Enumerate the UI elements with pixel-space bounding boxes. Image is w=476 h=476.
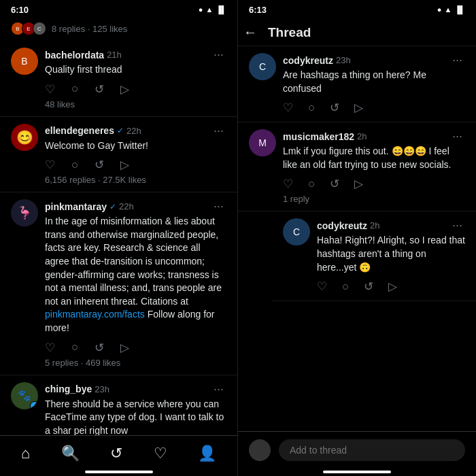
right-status-bar: 6:13 ● ▲ ▐▌ — [238, 0, 476, 19]
post-author-ching[interactable]: ching_bye — [45, 384, 92, 394]
avatar-ellen[interactable]: 😊 — [11, 124, 38, 151]
avatar-cody1[interactable]: C — [249, 53, 276, 80]
nav-like[interactable]: ♡ — [146, 439, 175, 468]
right-battery-icon: ▐▌ — [454, 5, 465, 14]
nav-repost[interactable]: ↺ — [102, 439, 131, 468]
comment-btn-ellen[interactable]: ○ — [71, 158, 78, 172]
post-header-ching: 🐾 + ching_bye 23h ··· There should be a … — [11, 382, 226, 435]
like-reply-music[interactable]: ♡ — [283, 177, 293, 191]
post-text-bachelordata: Quality first thread — [45, 63, 226, 77]
reply-time-music: 2h — [357, 131, 367, 141]
comment-reply-cody1[interactable]: ○ — [308, 101, 315, 115]
reply-meta-cody1: codykreutz 23h ··· — [283, 53, 465, 67]
like-reply-cody1[interactable]: ♡ — [283, 101, 293, 115]
post-author-pink[interactable]: pinkmantaray — [45, 201, 107, 212]
reply-text-music: Lmk if you figure this out. 😄😄😄 I feel l… — [283, 145, 465, 171]
avatar-pink[interactable]: 🦩 — [11, 199, 38, 226]
signal-icon: ● — [199, 5, 203, 14]
comment-reply-music[interactable]: ○ — [308, 177, 315, 191]
home-indicator-right — [323, 471, 391, 473]
left-time: 6:10 — [11, 5, 29, 15]
post-author-row-bachelordata: bachelordata 21h — [45, 50, 122, 61]
reply-author-row-music: musicmaker182 2h — [283, 131, 367, 142]
comment-btn-bachelordata[interactable]: ○ — [71, 82, 78, 96]
like-reply-cody2[interactable]: ♡ — [317, 279, 327, 294]
reply-author-row-cody2: codykreutz 2h — [317, 220, 379, 231]
post-item-pink: 🦩 pinkmantaray ✓ 22h ··· In the age of m… — [0, 192, 237, 375]
post-author-bachelordata[interactable]: bachelordata — [45, 50, 104, 61]
reply-content-music: musicmaker182 2h ··· Lmk if you figure t… — [283, 129, 465, 204]
right-signal-icon: ● — [437, 5, 442, 14]
post-item-ching: 🐾 + ching_bye 23h ··· There should be a … — [0, 375, 237, 435]
post-text-ching: There should be a service where you can … — [45, 398, 226, 435]
reply-time-cody2: 2h — [370, 220, 379, 231]
post-header-pink: 🦩 pinkmantaray ✓ 22h ··· In the age of m… — [11, 199, 226, 367]
post-author-row-ellen: ellendegeneres ✓ 22h — [45, 125, 141, 136]
repost-reply-cody1[interactable]: ↺ — [330, 101, 339, 115]
comment-reply-cody2[interactable]: ○ — [342, 280, 349, 294]
share-btn-bachelordata[interactable]: ▷ — [120, 82, 129, 97]
more-btn-ching[interactable]: ··· — [211, 382, 226, 396]
like-btn-bachelordata[interactable]: ♡ — [45, 82, 55, 97]
avatar-ching[interactable]: 🐾 + — [11, 382, 38, 409]
comment-btn-pink[interactable]: ○ — [71, 341, 78, 354]
post-stats-ellen: 6,156 replies · 27.5K likes — [45, 175, 226, 185]
replies-header: B E C 8 replies · 125 likes — [0, 19, 237, 41]
reply-author-cody2[interactable]: codykreutz — [317, 220, 367, 231]
reply-actions-cody1: ♡ ○ ↺ ▷ — [283, 101, 465, 115]
reply-meta-music: musicmaker182 2h ··· — [283, 129, 465, 143]
avatar-cody2[interactable]: C — [283, 218, 310, 245]
more-btn-bachelordata[interactable]: ··· — [211, 48, 226, 62]
post-time-ellen: 22h — [126, 126, 141, 136]
reply-author-cody1[interactable]: codykreutz — [283, 55, 333, 66]
reply-content-cody2: codykreutz 2h ··· Haha! Right?! Alright,… — [317, 218, 465, 294]
post-text-ellen: Welcome to Gay Twitter! — [45, 139, 226, 153]
nav-home[interactable]: ⌂ — [13, 439, 38, 468]
thread-scroll[interactable]: C codykreutz 23h ··· Are hashtags a thin… — [238, 46, 476, 431]
post-content-ching: ching_bye 23h ··· There should be a serv… — [45, 382, 226, 435]
post-link-pink[interactable]: pinkmantaray.com/facts — [45, 309, 145, 320]
more-btn-cody2[interactable]: ··· — [449, 218, 465, 233]
avatar-music[interactable]: M — [249, 129, 276, 156]
share-reply-music[interactable]: ▷ — [354, 177, 363, 191]
post-time-ching: 23h — [95, 384, 109, 394]
share-btn-pink[interactable]: ▷ — [120, 341, 129, 355]
reply-stats-music: 1 reply — [283, 194, 465, 204]
feed-scroll[interactable]: B E C 8 replies · 125 likes B bachelorda… — [0, 19, 237, 435]
share-btn-ellen[interactable]: ▷ — [120, 158, 129, 172]
right-status-icons: ● ▲ ▐▌ — [437, 5, 465, 14]
post-time-bachelordata: 21h — [107, 50, 122, 60]
share-reply-cody2[interactable]: ▷ — [388, 279, 397, 294]
repost-reply-music[interactable]: ↺ — [330, 177, 339, 191]
like-btn-pink[interactable]: ♡ — [45, 341, 55, 355]
post-author-ellen[interactable]: ellendegeneres — [45, 125, 114, 136]
avatar-bachelordata[interactable]: B — [11, 48, 38, 75]
nav-profile[interactable]: 👤 — [190, 439, 224, 468]
nav-search[interactable]: 🔍 — [53, 439, 88, 468]
like-btn-ellen[interactable]: ♡ — [45, 158, 55, 172]
repost-btn-ellen[interactable]: ↺ — [95, 158, 104, 172]
avatar-badge-ching: + — [30, 401, 38, 409]
thread-header: ← Thread — [238, 19, 476, 46]
wifi-icon: ▲ — [206, 5, 214, 14]
post-item-ellen: 😊 ellendegeneres ✓ 22h ··· Welcome to Ga… — [0, 117, 237, 193]
reply-author-music[interactable]: musicmaker182 — [283, 131, 354, 142]
reply-item-cody1: C codykreutz 23h ··· Are hashtags a thin… — [238, 46, 476, 122]
add-thread-input[interactable] — [279, 439, 465, 461]
reply-header-cody2: C codykreutz 2h ··· Haha! Right?! Alrigh… — [283, 218, 465, 294]
back-button[interactable]: ← — [243, 24, 257, 40]
repost-btn-bachelordata[interactable]: ↺ — [95, 82, 104, 97]
more-btn-cody1[interactable]: ··· — [449, 53, 465, 67]
avatar-label: B — [21, 56, 27, 67]
left-status-bar: 6:10 ● ▲ ▐▌ — [0, 0, 237, 19]
more-btn-pink[interactable]: ··· — [211, 199, 226, 214]
more-btn-ellen[interactable]: ··· — [211, 124, 226, 138]
share-reply-cody1[interactable]: ▷ — [354, 101, 363, 115]
reply-item-cody2: C codykreutz 2h ··· Haha! Right?! Alrigh… — [272, 211, 476, 301]
repost-reply-cody2[interactable]: ↺ — [364, 279, 373, 294]
repost-btn-pink[interactable]: ↺ — [95, 341, 104, 355]
post-content-pink: pinkmantaray ✓ 22h ··· In the age of mis… — [45, 199, 226, 367]
reply-actions-cody2: ♡ ○ ↺ ▷ — [317, 279, 465, 294]
more-btn-music[interactable]: ··· — [449, 129, 465, 143]
post-stats-pink: 5 replies · 469 likes — [45, 358, 226, 368]
